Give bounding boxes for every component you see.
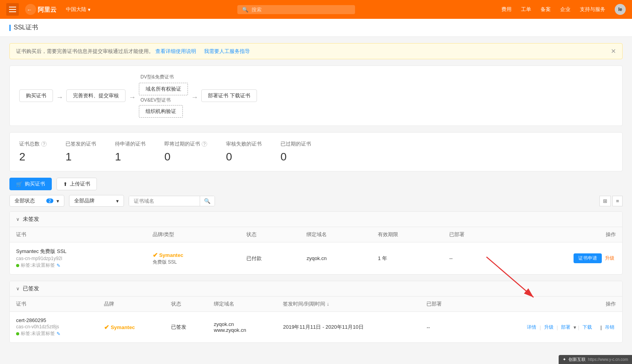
unsigned-section-header[interactable]: ∨ 未签发 — [10, 212, 622, 227]
upgrade-button[interactable]: 升级 — [603, 255, 616, 262]
cell-validity: 1 年 — [372, 242, 443, 275]
region-selector[interactable]: 中国大陆 ▾ — [66, 6, 91, 13]
table-row: Symantec 免费版 SSL cas-cn-mp91dzp1y92l 标签:… — [10, 242, 622, 275]
search-box: 🔍 — [97, 5, 495, 14]
revoke-button[interactable]: 吊销 — [603, 324, 616, 331]
upgrade-button-s[interactable]: 升级 — [543, 324, 555, 331]
cert-tags-s: 标签:未设置标签 ✎ — [16, 330, 91, 337]
signed-toggle-icon: ∨ — [16, 286, 20, 291]
buy-cert-button[interactable]: 🛒 购买证书 — [9, 178, 52, 190]
cell-domain-s: zyqok.cn www.zyqok.cn — [208, 312, 277, 343]
cell-cert-info-s: cert-2860295 cas-cn-v0h1dz5zt8js 标签:未设置标… — [10, 312, 98, 343]
unsigned-toggle-icon: ∨ — [16, 217, 20, 222]
cert-apply-button[interactable]: 证书申请 — [574, 253, 602, 263]
status-filter[interactable]: 全部状态 2 ▾ — [9, 195, 64, 207]
upload-cert-button[interactable]: ⬆ 上传证书 — [56, 178, 97, 190]
divider-1: | — [539, 324, 541, 330]
nav-ticket[interactable]: 工单 — [521, 6, 531, 13]
nav-support[interactable]: 支持与服务 — [580, 6, 605, 13]
detail-button[interactable]: 详情 — [525, 324, 538, 331]
main-content: 证书购买后，需要完善证书信息并提交审核通过后才能使用。 查看详细使用说明 我需要… — [0, 37, 632, 355]
deploy-button[interactable]: 部署 — [559, 324, 572, 331]
actions-cell-s: 详情 | 升级 | 部署 ▾ | 下载 | 吊销 — [470, 324, 616, 331]
tag-edit-icon[interactable]: ✎ — [56, 263, 60, 268]
brand-name-s: Symantec — [111, 324, 135, 330]
banner-close[interactable]: ✕ — [611, 47, 616, 55]
signed-section-header[interactable]: ∨ 已签发 — [10, 281, 622, 297]
view-toggle: ⊞ ≡ — [599, 196, 623, 206]
divider-3: | — [578, 324, 579, 330]
brand-name: Symantec — [159, 252, 183, 258]
stat-expiring-label: 即将过期的证书 ? — [164, 140, 207, 147]
watermark: ✦ 创新互联 https://www.y-c.cn.com — [559, 355, 632, 355]
nav-fee[interactable]: 费用 — [501, 6, 512, 13]
filter-row: 全部状态 2 ▾ 全部品牌 ▾ 🔍 ⊞ ≡ — [9, 195, 623, 207]
banner-link2[interactable]: 我需要人工服务指导 — [204, 48, 250, 54]
stat-expiring: 即将过期的证书 ? 0 — [164, 140, 207, 163]
process-flow: 购买证书 → 完善资料、提交审核 → DV型&免费证书 域名所有权验证 OV&E… — [9, 66, 623, 126]
stat-pending-value: 1 — [115, 151, 146, 163]
stat-expired-label: 已过期的证书 — [280, 140, 311, 147]
table-row: cert-2860295 cas-cn-v0h1dz5zt8js 标签:未设置标… — [10, 312, 622, 343]
brand-filter[interactable]: 全部品牌 ▾ — [69, 195, 124, 207]
stat-issued-value: 1 — [66, 151, 96, 163]
download-button[interactable]: 下载 — [581, 324, 594, 331]
stat-pending: 待申请的证书 1 — [115, 140, 146, 163]
col-deployed: 已部署 — [443, 227, 503, 242]
col-dates-s: 签发时间/到期时间 ↓ — [277, 297, 420, 312]
cart-icon: 🛒 — [16, 181, 22, 187]
stat-expiring-help[interactable]: ? — [202, 141, 207, 147]
list-view-button[interactable]: ≡ — [612, 196, 623, 206]
col-deployed-s: 已部署 — [420, 297, 463, 312]
symantec-check-icon: ✔ — [153, 251, 158, 259]
stat-total-help[interactable]: ? — [41, 141, 47, 147]
divider-2: | — [557, 324, 558, 330]
flow-step-2: 完善资料、提交审核 — [66, 89, 126, 102]
stat-failed-value: 0 — [226, 151, 262, 163]
col-actions-s: 操作 — [463, 297, 622, 312]
hamburger-button[interactable] — [6, 3, 19, 16]
svg-text:阿里云: 阿里云 — [38, 6, 56, 13]
col-cert: 证书 — [10, 227, 146, 242]
stat-expiring-value: 0 — [164, 151, 207, 163]
branch-ov-label: OV&EV型证书 — [139, 97, 188, 104]
table-toolbar: 🛒 购买证书 ⬆ 上传证书 — [9, 178, 623, 190]
cert-name-s: cert-2860295 — [16, 317, 91, 323]
banner-text-area: 证书购买后，需要完善证书信息并提交审核通过后才能使用。 查看详细使用说明 我需要… — [16, 48, 250, 55]
info-banner: 证书购买后，需要完善证书信息并提交审核通过后才能使用。 查看详细使用说明 我需要… — [9, 43, 623, 59]
stat-total: 证书总数 ? 2 — [19, 140, 47, 163]
grid-view-button[interactable]: ⊞ — [599, 196, 611, 206]
search-input[interactable] — [251, 7, 350, 13]
signed-table-body: cert-2860295 cas-cn-v0h1dz5zt8js 标签:未设置标… — [10, 312, 622, 343]
tag-dot — [16, 264, 19, 267]
unsigned-table-head: 证书 品牌/类型 状态 绑定域名 有效期限 已部署 操作 — [10, 227, 622, 242]
cell-status: 已付款 — [240, 242, 301, 275]
unsigned-section: ∨ 未签发 证书 品牌/类型 状态 绑定域名 有效期限 已部署 操作 Syman… — [9, 211, 623, 275]
status-filter-badge: 2 — [46, 198, 53, 203]
col-cert-s: 证书 — [10, 297, 98, 312]
search-input-wrap: 🔍 — [237, 5, 355, 14]
status-filter-label: 全部状态 — [15, 197, 43, 204]
banner-link1[interactable]: 查看详细使用说明 — [155, 48, 196, 54]
domain-filter-wrap: 🔍 — [129, 196, 215, 206]
domain2: www.zyqok.cn — [214, 327, 270, 333]
symantec-logo-s: ✔ Symantec — [104, 324, 158, 331]
tag-edit-icon-s[interactable]: ✎ — [56, 331, 60, 337]
nav-icp[interactable]: 备案 — [541, 6, 551, 13]
cell-status-s: 已签发 — [165, 312, 208, 343]
unsigned-header-row: 证书 品牌/类型 状态 绑定域名 有效期限 已部署 操作 — [10, 227, 622, 242]
domain-filter-input[interactable] — [129, 196, 200, 206]
title-bar-accent — [9, 25, 11, 31]
user-avatar[interactable]: Ie — [615, 4, 626, 15]
tag-dot-s — [16, 332, 19, 335]
svg-text:←: ← — [27, 7, 32, 13]
signed-header-row: 证书 品牌 状态 绑定域名 签发时间/到期时间 ↓ 已部署 操作 — [10, 297, 622, 312]
deploy-arrow: ▾ — [574, 324, 576, 330]
flow-box-1: 购买证书 — [19, 89, 53, 102]
banner-text: 证书购买后，需要完善证书信息并提交审核通过后才能使用。 — [16, 48, 154, 54]
domain-search-button[interactable]: 🔍 — [200, 196, 215, 206]
brand-sub-type: 免费版 SSL — [153, 259, 234, 266]
signed-section: ∨ 已签发 证书 品牌 状态 绑定域名 签发时间/到期时间 ↓ 已部署 操作 c… — [9, 281, 623, 343]
nav-enterprise[interactable]: 企业 — [560, 6, 570, 13]
col-status: 状态 — [240, 227, 301, 242]
